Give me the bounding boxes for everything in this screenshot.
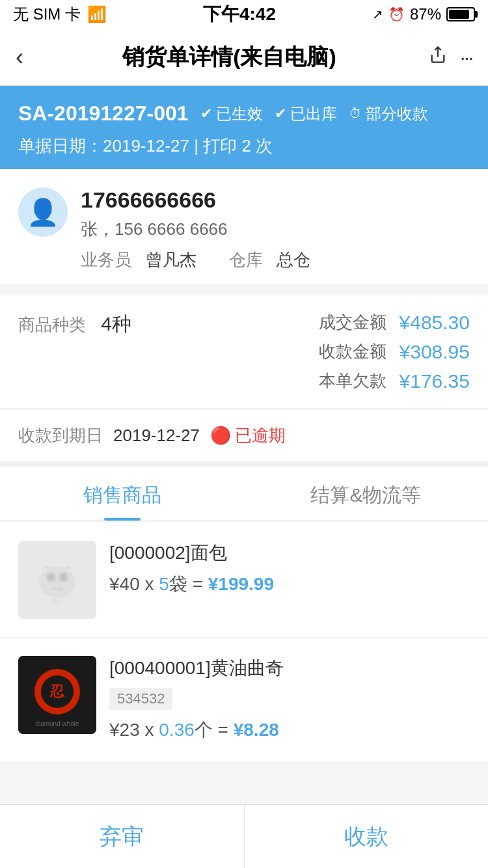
confirm-button[interactable]: 收款 xyxy=(245,805,489,868)
more-icon[interactable]: ··· xyxy=(460,46,472,68)
product-info-1: [0000002]面包 ¥40 x 5袋 = ¥199.99 xyxy=(109,541,470,597)
warehouse-value: 总仓 xyxy=(277,250,310,269)
qty-1: 5 xyxy=(159,574,169,594)
alarm-icon: ⏰ xyxy=(388,7,405,22)
svg-text:忍: 忍 xyxy=(49,683,65,699)
product-name-1: [0000002]面包 xyxy=(109,541,470,565)
order-date-line: 单据日期：2019-12-27 | 打印 2 次 xyxy=(18,135,470,157)
sales-person-value: 曾凡杰 xyxy=(146,250,197,269)
status-badge-2: ✔ 已出库 xyxy=(275,103,337,124)
list-item: 忍 diamond whale [000400001]黄油曲奇 534532 ¥… xyxy=(0,638,488,761)
due-date-value: 2019-12-27 xyxy=(113,426,200,446)
svg-point-4 xyxy=(48,575,53,580)
amount-value-2: ¥308.95 xyxy=(400,341,470,363)
customer-phone-number: 17666666666 xyxy=(81,187,470,213)
status1-text: 已生效 xyxy=(216,103,263,124)
list-item: 鱼+ [0000002]面包 ¥40 x 5袋 = ¥199.99 xyxy=(0,522,488,638)
amount-label-2: 收款金额 xyxy=(319,340,386,363)
item-types-label: 商品种类 xyxy=(18,315,86,334)
unit-price-1: ¥40 xyxy=(109,574,140,594)
summary-left: 商品种类 4种 xyxy=(18,311,131,338)
amount-row-1: 成交金额 ¥485.30 xyxy=(319,311,470,334)
back-button[interactable]: ‹ xyxy=(9,37,30,77)
overdue-badge: 🔴 已逾期 xyxy=(210,424,286,447)
product-code-2: [000400001] xyxy=(109,658,211,678)
banner-top: SA-20191227-001 ✔ 已生效 ✔ 已出库 ⏱ 部分收款 xyxy=(18,102,470,126)
carrier-text: 无 SIM 卡 xyxy=(13,4,81,25)
summary-row: 商品种类 4种 成交金额 ¥485.30 收款金额 ¥308.95 本单欠款 ¥… xyxy=(18,311,470,392)
product-info-2: [000400001]黄油曲奇 534532 ¥23 x 0.36个 = ¥8.… xyxy=(109,656,470,742)
print-count: 打印 2 次 xyxy=(203,136,273,156)
unit-price-2: ¥23 xyxy=(109,720,140,740)
status-badge-1: ✔ 已生效 xyxy=(200,103,263,124)
tab-settlement[interactable]: 结算&物流等 xyxy=(244,467,488,521)
summary-section: 商品种类 4种 成交金额 ¥485.30 收款金额 ¥308.95 本单欠款 ¥… xyxy=(0,295,488,409)
due-date-section: 收款到期日 2019-12-27 🔴 已逾期 xyxy=(0,410,488,467)
amount-label-3: 本单欠款 xyxy=(319,370,386,392)
battery-fill xyxy=(449,10,469,19)
battery-bar xyxy=(446,7,475,21)
battery-percent: 87% xyxy=(410,5,441,23)
product-placeholder-icon: 鱼+ xyxy=(31,554,83,606)
due-label: 收款到期日 xyxy=(18,424,103,447)
product-name-2: [000400001]黄油曲奇 xyxy=(109,656,470,681)
sales-person-label: 业务员 xyxy=(81,250,131,269)
svg-text:diamond whale: diamond whale xyxy=(35,720,79,727)
customer-name-phone: 张，156 6666 6666 xyxy=(81,218,470,241)
customer-card: 👤 17666666666 张，156 6666 6666 业务员 曾凡杰 仓库… xyxy=(0,169,488,285)
product-image-2: 忍 diamond whale xyxy=(18,656,96,734)
amount-value-1: ¥485.30 xyxy=(400,312,470,334)
status-bar: 无 SIM 卡 📶 下午4:42 ↗ ⏰ 87% xyxy=(0,0,488,29)
total-1: ¥199.99 xyxy=(208,574,274,594)
product-batch-2: 534532 xyxy=(109,688,172,710)
status-right: ↗ ⏰ 87% xyxy=(372,5,475,23)
svg-text:鱼+: 鱼+ xyxy=(52,597,62,604)
product-price-2: ¥23 x 0.36个 = ¥8.28 xyxy=(109,718,470,742)
customer-info: 17666666666 张，156 6666 6666 业务员 曾凡杰 仓库 总… xyxy=(81,187,470,271)
order-id: SA-20191227-001 xyxy=(18,102,189,126)
cancel-button[interactable]: 弃审 xyxy=(0,805,245,868)
amount-label-1: 成交金额 xyxy=(319,311,386,334)
avatar: 👤 xyxy=(18,187,68,237)
overdue-icon: 🔴 xyxy=(210,426,231,446)
nav-actions: ··· xyxy=(429,46,472,68)
location-icon: ↗ xyxy=(372,7,383,22)
warehouse-label: 仓库 xyxy=(229,250,263,269)
share-icon[interactable] xyxy=(429,46,447,68)
summary-right: 成交金额 ¥485.30 收款金额 ¥308.95 本单欠款 ¥176.35 xyxy=(319,311,470,392)
avatar-icon: 👤 xyxy=(27,197,59,228)
svg-point-1 xyxy=(39,567,75,598)
customer-meta: 业务员 曾凡杰 仓库 总仓 xyxy=(81,249,470,271)
amount-row-2: 收款金额 ¥308.95 xyxy=(319,340,470,363)
status-time: 下午4:42 xyxy=(203,2,276,27)
order-date: 单据日期：2019-12-27 xyxy=(18,136,189,156)
products-list: 鱼+ [0000002]面包 ¥40 x 5袋 = ¥199.99 xyxy=(0,522,488,761)
svg-point-5 xyxy=(61,575,66,580)
tabs-bar: 销售商品 结算&物流等 xyxy=(0,467,488,521)
product-code-1: [0000002] xyxy=(109,543,191,563)
wifi-icon: 📶 xyxy=(87,5,107,23)
bottom-bar: 弃审 收款 xyxy=(0,804,488,868)
overdue-text: 已逾期 xyxy=(235,424,286,447)
total-2: ¥8.28 xyxy=(234,720,279,740)
product-title-2: 黄油曲奇 xyxy=(211,658,284,678)
amount-value-3: ¥176.35 xyxy=(400,370,470,392)
amount-row-3: 本单欠款 ¥176.35 xyxy=(319,370,470,392)
tab-sales-products[interactable]: 销售商品 xyxy=(0,467,244,521)
product-thumbnail-2: 忍 diamond whale xyxy=(18,656,96,734)
nav-bar: ‹ 销货单详情(来自电脑) ··· xyxy=(0,29,488,86)
status3-text: 部分收款 xyxy=(366,103,428,124)
product-price-1: ¥40 x 5袋 = ¥199.99 xyxy=(109,572,470,597)
page-title: 销货单详情(来自电脑) xyxy=(30,42,429,72)
item-types-value: 4种 xyxy=(101,313,131,334)
status2-text: 已出库 xyxy=(290,103,337,124)
header-banner: SA-20191227-001 ✔ 已生效 ✔ 已出库 ⏱ 部分收款 单据日期：… xyxy=(0,86,488,169)
product-thumbnail-1: 鱼+ xyxy=(18,541,96,619)
status-badge-3: ⏱ 部分收款 xyxy=(349,103,428,124)
product-title-1: 面包 xyxy=(191,543,227,563)
qty-2: 0.36 xyxy=(159,720,195,740)
status-left: 无 SIM 卡 📶 xyxy=(13,4,107,25)
